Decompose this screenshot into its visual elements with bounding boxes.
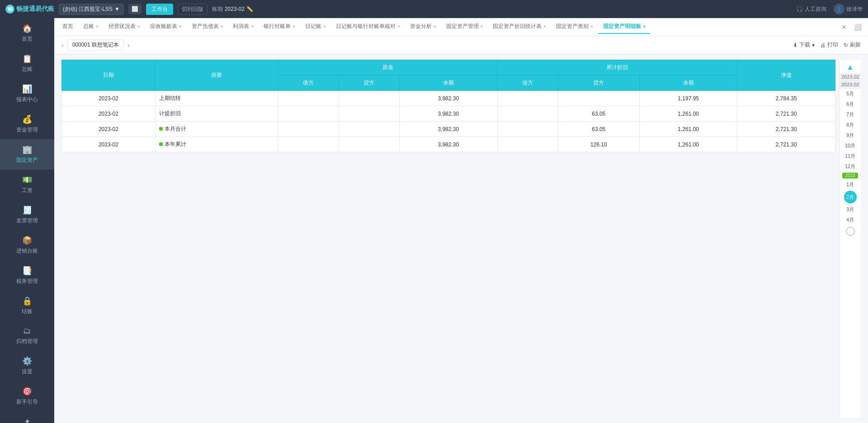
service-button[interactable]: 🎧 人工咨询 bbox=[796, 5, 826, 13]
close-all-tabs-button[interactable]: ✕ bbox=[839, 22, 849, 33]
maximize-button[interactable]: ⬜ bbox=[851, 22, 864, 33]
prev-arrow[interactable]: ‹ bbox=[61, 42, 64, 49]
sidebar-item-member[interactable]: ✦ 畅会员 bbox=[0, 411, 54, 423]
copy-button[interactable]: ⬜ bbox=[128, 4, 142, 14]
tab-business[interactable]: 经营状况表 × bbox=[104, 20, 145, 34]
timeline-month-item[interactable]: 4月 bbox=[842, 215, 858, 225]
asset-tag[interactable]: 000001 联想笔记本 bbox=[67, 39, 124, 51]
sales-icon: 📦 bbox=[22, 235, 32, 245]
refresh-button[interactable]: ↻ 刷新 bbox=[844, 41, 861, 49]
tab-home[interactable]: 首页 bbox=[58, 20, 78, 34]
tab-fund-analysis[interactable]: 资金分析 × bbox=[406, 20, 441, 34]
sidebar-item-close[interactable]: 🔒 结账 bbox=[0, 291, 54, 321]
sidebar-item-label: 设置 bbox=[22, 368, 33, 376]
cell-accum-debit bbox=[497, 137, 558, 152]
timeline-month-item[interactable]: 12月 bbox=[842, 161, 858, 172]
main-table-wrapper: 日期 摘要 原值 累计折旧 净值 借方 贷方 余额 借方 bbox=[61, 60, 835, 418]
service-label: 人工咨询 bbox=[805, 5, 826, 13]
ledger-icon: 📋 bbox=[22, 54, 32, 64]
sidebar-item-home[interactable]: 🏠 首页 bbox=[0, 18, 54, 48]
green-dot-icon bbox=[159, 127, 163, 131]
timeline-month-item[interactable]: 11月 bbox=[842, 151, 858, 161]
tab-fixed-mgmt[interactable]: 固定资产管理 × bbox=[442, 20, 488, 34]
print-button[interactable]: 🖨 打印 bbox=[820, 41, 838, 49]
download-label: 下载 bbox=[799, 41, 810, 49]
next-arrow[interactable]: › bbox=[127, 42, 130, 49]
sub-header: ‹ 000001 联想笔记本 › ⬇ 下载 ▾ 🖨 打印 bbox=[54, 36, 868, 54]
period-edit-icon[interactable]: ✏️ bbox=[246, 6, 253, 12]
timeline-month-item[interactable]: 3月 bbox=[842, 204, 858, 215]
th-date: 日期 bbox=[62, 60, 156, 91]
old-version-button[interactable]: 切到旧版 bbox=[178, 4, 208, 15]
sidebar-item-ledger[interactable]: 📋 总账 bbox=[0, 48, 54, 79]
tab-business-close[interactable]: × bbox=[137, 24, 140, 29]
table-container: 日期 摘要 原值 累计折旧 净值 借方 贷方 余额 借方 bbox=[54, 54, 868, 423]
user-menu[interactable]: 👤 徐泽华 bbox=[834, 4, 863, 14]
tab-ledger-close[interactable]: × bbox=[96, 24, 99, 29]
workbench-button[interactable]: 工作台 bbox=[146, 4, 173, 15]
tab-receivable-close[interactable]: × bbox=[179, 24, 182, 29]
timeline-month-item[interactable]: 2月 bbox=[842, 191, 858, 203]
sidebar-item-invoice[interactable]: 🧾 发票管理 bbox=[0, 200, 54, 230]
close-accounts-icon: 🔒 bbox=[22, 296, 32, 306]
sidebar-item-label: 结账 bbox=[22, 308, 33, 315]
sidebar-item-label: 工资 bbox=[22, 187, 33, 194]
tab-profit-close[interactable]: × bbox=[251, 24, 254, 29]
th-description: 摘要 bbox=[155, 60, 278, 91]
tab-balance[interactable]: 资产负债表 × bbox=[187, 20, 228, 34]
cell-date: 2023-02 bbox=[62, 137, 156, 152]
sidebar-item-salary[interactable]: 💵 工资 bbox=[0, 169, 54, 200]
tab-receivable[interactable]: 应收账龄表 × bbox=[146, 20, 186, 34]
main-layout: 🏠 首页 📋 总账 📊 报表中心 💰 资金管理 🏢 固定资产 💵 工资 🧾 发票… bbox=[0, 18, 868, 423]
tab-bank-statement-close[interactable]: × bbox=[292, 24, 295, 29]
download-button[interactable]: ⬇ 下载 ▾ bbox=[793, 41, 815, 49]
cell-accum-balance: 1,261.00 bbox=[639, 106, 737, 122]
tab-fixed-detail-close[interactable]: × bbox=[643, 24, 646, 29]
sidebar-item-tax[interactable]: 📑 税务管理 bbox=[0, 260, 54, 291]
timeline-month-item[interactable]: 9月 bbox=[842, 130, 858, 141]
app-logo: 畅 畅捷通易代账 bbox=[5, 5, 54, 14]
sidebar-item-sales[interactable]: 📦 进销台账 bbox=[0, 230, 54, 260]
timeline-month-item[interactable]: 10月 bbox=[842, 141, 858, 151]
timeline-month-item[interactable]: 7月 bbox=[842, 109, 858, 120]
company-selector[interactable]: (勿动) 江西股宝-LSS ▼ bbox=[59, 4, 124, 15]
timeline-month-item[interactable]: 1月 bbox=[842, 179, 858, 190]
sidebar-item-settings[interactable]: ⚙️ 设置 bbox=[0, 351, 54, 381]
tab-fixed-depr[interactable]: 固定资产折旧统计表 × bbox=[488, 20, 551, 34]
timeline-circle[interactable] bbox=[846, 227, 855, 236]
home-icon: 🏠 bbox=[22, 24, 32, 33]
tab-journal-bank-close[interactable]: × bbox=[397, 24, 400, 29]
tab-journal[interactable]: 日记账 × bbox=[301, 20, 330, 34]
tab-bank-statement[interactable]: 银行对账单 × bbox=[259, 20, 300, 34]
tab-profit[interactable]: 利润表 × bbox=[228, 20, 258, 34]
tab-journal-close[interactable]: × bbox=[323, 24, 326, 29]
tab-journal-bank[interactable]: 日记账与银行对账单核对 × bbox=[331, 20, 405, 34]
cell-accum-debit bbox=[497, 122, 558, 137]
timeline-month-item[interactable]: 2023 bbox=[842, 172, 858, 179]
tab-balance-close[interactable]: × bbox=[221, 24, 223, 29]
timeline-up-arrow[interactable]: ▲ bbox=[845, 61, 856, 73]
cell-original-debit bbox=[278, 122, 339, 137]
sidebar-item-guide[interactable]: 🎯 新手引导 bbox=[0, 381, 54, 411]
sidebar-item-fixed-assets[interactable]: 🏢 固定资产 bbox=[0, 139, 54, 169]
th-accum-balance: 余额 bbox=[639, 75, 737, 91]
timeline-month-item[interactable]: 5月 bbox=[842, 89, 858, 99]
sub-header-actions: ⬇ 下载 ▾ 🖨 打印 ↻ 刷新 bbox=[793, 41, 861, 49]
cell-description: 本月合计 bbox=[155, 122, 278, 137]
period-display: 账期 2023-02 ✏️ bbox=[212, 5, 253, 13]
tab-fixed-detail[interactable]: 固定资产明细账 × bbox=[599, 20, 650, 34]
sidebar-item-reports[interactable]: 📊 报表中心 bbox=[0, 79, 54, 109]
tab-fund-analysis-close[interactable]: × bbox=[434, 24, 436, 29]
tab-fixed-depr-close[interactable]: × bbox=[543, 24, 546, 29]
page-content: ‹ 000001 联想笔记本 › ⬇ 下载 ▾ 🖨 打印 bbox=[54, 36, 868, 423]
tab-ledger[interactable]: 总账 × bbox=[79, 20, 103, 34]
top-bar: 畅 畅捷通易代账 (勿动) 江西股宝-LSS ▼ ⬜ 工作台 切到旧版 账期 2… bbox=[0, 0, 868, 18]
sidebar-item-archive[interactable]: 🗂 归档管理 bbox=[0, 321, 54, 351]
cell-net-value: 2,721.30 bbox=[737, 106, 835, 122]
tab-fixed-type[interactable]: 固定资产类别 × bbox=[552, 20, 598, 34]
sidebar-item-funds[interactable]: 💰 资金管理 bbox=[0, 109, 54, 139]
tab-fixed-type-close[interactable]: × bbox=[590, 24, 593, 29]
timeline-month-item[interactable]: 8月 bbox=[842, 120, 858, 130]
tab-fixed-mgmt-close[interactable]: × bbox=[481, 24, 483, 29]
timeline-month-item[interactable]: 6月 bbox=[842, 99, 858, 109]
